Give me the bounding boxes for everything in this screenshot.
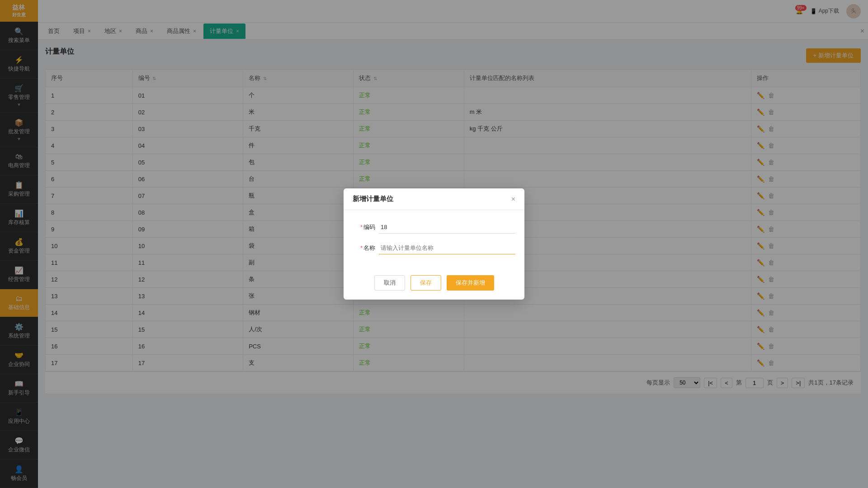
code-label: *编码 bbox=[353, 223, 375, 231]
name-label: *名称 bbox=[353, 244, 375, 252]
name-input[interactable] bbox=[379, 242, 515, 254]
code-input[interactable] bbox=[379, 221, 515, 234]
modal-title: 新增计量单位 bbox=[353, 195, 393, 203]
form-row-name: *名称 bbox=[353, 242, 515, 254]
save-new-button[interactable]: 保存并新增 bbox=[447, 275, 494, 291]
name-required-star: * bbox=[360, 244, 363, 251]
modal-body: *编码 *名称 bbox=[344, 210, 524, 270]
code-required-star: * bbox=[360, 224, 363, 230]
save-button[interactable]: 保存 bbox=[410, 275, 441, 291]
modal-header: 新增计量单位 × bbox=[344, 188, 524, 210]
form-row-code: *编码 bbox=[353, 221, 515, 234]
modal-footer: 取消 保存 保存并新增 bbox=[344, 270, 524, 300]
add-unit-modal: 新增计量单位 × *编码 *名称 取消 保存 保存并新增 bbox=[344, 188, 524, 300]
modal-close-button[interactable]: × bbox=[511, 195, 515, 203]
modal-overlay[interactable]: 新增计量单位 × *编码 *名称 取消 保存 保存并新增 bbox=[0, 0, 868, 488]
cancel-button[interactable]: 取消 bbox=[374, 275, 405, 291]
